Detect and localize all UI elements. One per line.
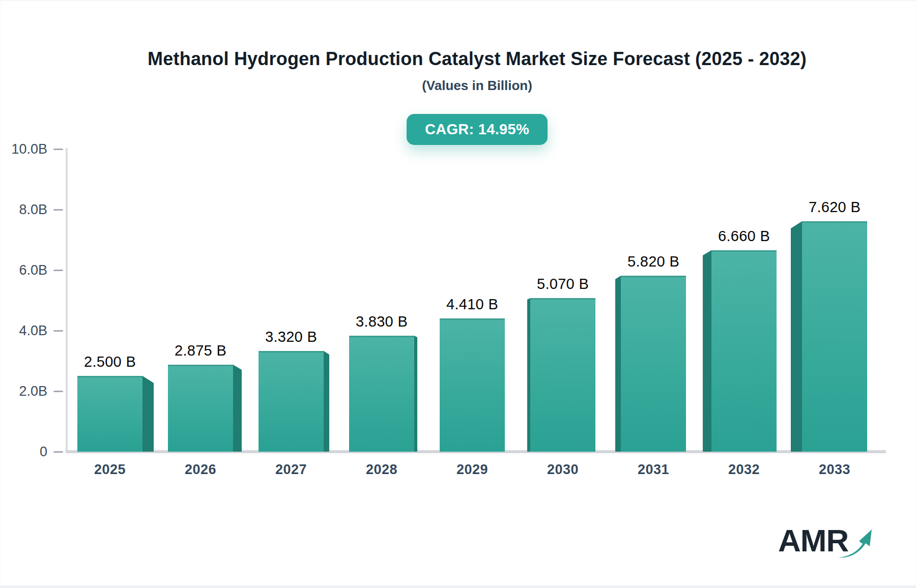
trend-up-arrow-icon xyxy=(838,528,873,561)
y-tick-label: 10.0B xyxy=(1,141,47,157)
bar-side-panel xyxy=(791,221,802,452)
bar-2027 xyxy=(259,351,324,452)
bar-side-panel xyxy=(324,351,329,452)
bar-2032 xyxy=(711,250,777,452)
bar-2031 xyxy=(621,276,686,452)
y-tick-label: 8.0B xyxy=(1,202,47,218)
x-tick-label-2029: 2029 xyxy=(427,462,518,478)
bar-value-label: 3.830 B xyxy=(326,313,438,330)
x-tick-label-2025: 2025 xyxy=(65,462,155,478)
x-tick-label-2030: 2030 xyxy=(518,462,608,478)
bar-side-panel xyxy=(615,276,621,452)
bar-2033 xyxy=(802,221,867,452)
y-tick-dash xyxy=(53,149,63,150)
x-tick-label-2031: 2031 xyxy=(608,462,699,478)
bar-side-panel xyxy=(703,250,711,452)
bar-2029 xyxy=(440,318,505,452)
x-tick-label-2032: 2032 xyxy=(699,462,789,478)
bar-side-panel xyxy=(233,365,242,452)
y-tick-label: 0 xyxy=(1,444,47,460)
x-tick-label-2033: 2033 xyxy=(789,462,880,478)
y-tick-label: 6.0B xyxy=(1,262,47,278)
x-tick-label-2027: 2027 xyxy=(246,462,336,478)
y-axis-line xyxy=(66,148,68,452)
bar-value-label: 7.620 B xyxy=(779,199,891,216)
plot-area: 10.0B8.0B6.0B4.0B2.0B0 2.500 B2.875 B3.3… xyxy=(1,1,915,585)
bar-2028 xyxy=(349,336,414,452)
x-tick-label-2028: 2028 xyxy=(336,462,427,478)
bar-side-panel xyxy=(414,336,417,452)
y-tick-label: 2.0B xyxy=(1,384,47,399)
y-tick-dash xyxy=(53,270,63,271)
bar-value-label: 3.320 B xyxy=(235,329,347,345)
y-tick-dash xyxy=(53,330,63,332)
y-tick-dash xyxy=(53,391,63,392)
bar-2030 xyxy=(530,298,595,452)
bar-2026 xyxy=(168,365,233,452)
bar-value-label: 5.070 B xyxy=(507,276,619,292)
bar-value-label: 5.820 B xyxy=(597,253,709,270)
page: Methanol Hydrogen Production Catalyst Ma… xyxy=(0,0,916,588)
bar-2025 xyxy=(77,376,142,452)
x-tick-label-2026: 2026 xyxy=(155,462,246,478)
amr-logo: AMR xyxy=(778,525,895,571)
y-tick-dash xyxy=(53,451,63,453)
bar-side-panel xyxy=(142,376,154,452)
y-tick-dash xyxy=(53,209,63,211)
bar-value-label: 6.660 B xyxy=(688,228,800,245)
y-tick-label: 4.0B xyxy=(1,323,47,339)
bar-value-label: 4.410 B xyxy=(416,296,528,313)
